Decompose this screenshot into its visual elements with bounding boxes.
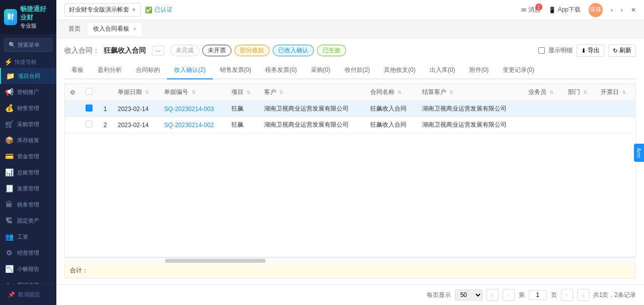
subtab-payment[interactable]: 收付款(2) bbox=[338, 62, 377, 79]
tabbar: 首页 收入合同看板 × bbox=[56, 20, 644, 38]
export-button[interactable]: ⬇ 导出 bbox=[577, 44, 604, 57]
sidebar-item-inventory[interactable]: 📦 库存核算 bbox=[0, 132, 56, 148]
pagination-prev-button[interactable]: ‹ bbox=[503, 289, 515, 301]
row2-setting bbox=[65, 117, 80, 133]
tab-close-icon[interactable]: × bbox=[133, 26, 136, 32]
status-effective[interactable]: 已生效 bbox=[317, 45, 346, 56]
more-button[interactable]: ··· bbox=[152, 46, 164, 56]
nav-next-button[interactable]: › bbox=[621, 7, 623, 14]
subtab-dashboard[interactable]: 看板 bbox=[64, 62, 91, 79]
messages-button[interactable]: ✉ 1 消息 bbox=[521, 6, 540, 14]
scrollbar-thumb[interactable] bbox=[165, 259, 266, 263]
show-detail-checkbox[interactable]: 显示明细 bbox=[538, 46, 573, 55]
th-project[interactable]: 项目 ⇅ bbox=[226, 84, 259, 101]
th-contract[interactable]: 合同名称 ⇅ bbox=[365, 84, 417, 101]
sidebar-item-fixed[interactable]: 🏗 固定资产 bbox=[0, 213, 56, 229]
row1-order-no[interactable]: SQ-20230214-003 bbox=[159, 101, 226, 117]
subtab-tax-invoice[interactable]: 税务发票(0) bbox=[258, 62, 304, 79]
unpin-button[interactable]: 📌 取消固定 bbox=[4, 288, 52, 301]
pagination-next-button[interactable]: › bbox=[561, 289, 573, 301]
user-avatar-area[interactable]: 珠珠 bbox=[589, 3, 603, 17]
row2-order-no[interactable]: SQ-20230214-002 bbox=[159, 117, 226, 133]
th-open-date[interactable]: 开票日 ⇅ bbox=[596, 84, 635, 101]
pin-icon: 📌 bbox=[8, 291, 15, 298]
subtab-income-confirm[interactable]: 收入确认(2) bbox=[167, 62, 213, 79]
th-salesperson[interactable]: 业务员 ⇅ bbox=[523, 84, 563, 101]
refresh-button[interactable]: ↻ 刷新 bbox=[608, 44, 636, 57]
sidebar-item-hr[interactable]: 👥 工资 bbox=[0, 229, 56, 245]
status-confirmed[interactable]: 已收入确认 bbox=[273, 45, 314, 56]
close-tab-button[interactable]: ✕ bbox=[631, 7, 636, 14]
sidebar-item-project[interactable]: 📁 项目合同 bbox=[0, 68, 56, 84]
status-no-invoice[interactable]: 未开票 bbox=[202, 45, 231, 56]
sidebar-item-ops[interactable]: ⚙ 经营管理 bbox=[0, 245, 56, 261]
subtab-sales-invoice[interactable]: 销售发票(0) bbox=[213, 62, 259, 79]
page-top-row: 收入合同： 狂飙收入合同 ··· 未完成 未开票 部分收款 已收入确认 已生效 … bbox=[64, 44, 636, 57]
row1-num: 1 bbox=[98, 101, 113, 117]
table-header: ⚙ 单据日期 ⇅ 单据编号 ⇅ bbox=[65, 84, 635, 101]
subtab-other-income[interactable]: 其他收支(0) bbox=[377, 62, 423, 79]
status-incomplete[interactable]: 未完成 bbox=[170, 45, 199, 56]
row1-checkbox[interactable] bbox=[86, 105, 93, 112]
row1-salesperson bbox=[523, 101, 563, 117]
subtab-changes[interactable]: 变更记录(0) bbox=[496, 62, 541, 79]
sidebar-item-report[interactable]: 📉 小畅报告 bbox=[0, 261, 56, 277]
subtab-profit[interactable]: 盈利分析 bbox=[91, 62, 129, 79]
arm-float-button[interactable]: Arm bbox=[634, 143, 644, 161]
logo-icon: 财 bbox=[4, 9, 17, 25]
subtab-standards[interactable]: 合同标的 bbox=[129, 62, 167, 79]
per-page-select[interactable]: 50 100 200 bbox=[455, 289, 482, 300]
show-detail-input[interactable] bbox=[538, 47, 545, 54]
horizontal-scrollbar[interactable] bbox=[64, 257, 636, 263]
nav-prev-button[interactable]: ‹ bbox=[611, 7, 613, 14]
sidebar-item-general[interactable]: 📊 总账管理 bbox=[0, 164, 56, 180]
th-settle-customer[interactable]: 结算客户 ⇅ bbox=[417, 84, 523, 101]
chevron-down-icon: ▼ bbox=[131, 7, 136, 13]
app-download-button[interactable]: 📱 App下载 bbox=[548, 6, 581, 14]
th-department[interactable]: 部门 ⇅ bbox=[563, 84, 596, 101]
certified-badge: ✅ 已认证 bbox=[145, 6, 173, 14]
subtabs: 看板 盈利分析 合同标的 收入确认(2) 销售发票(0) 税务发票(0) 采购(… bbox=[64, 62, 636, 79]
topbar: 好业财专业版演示帐套 ▼ ✅ 已认证 ✉ 1 消息 📱 App下载 珠珠 bbox=[56, 0, 644, 20]
subtab-warehouse[interactable]: 出入库(0) bbox=[423, 62, 462, 79]
sidebar-item-invoice[interactable]: 🧾 发票管理 bbox=[0, 180, 56, 196]
select-all-checkbox[interactable] bbox=[86, 88, 93, 95]
row2-department bbox=[563, 117, 596, 133]
company-selector[interactable]: 好业财专业版演示帐套 ▼ bbox=[64, 3, 141, 17]
th-order-no[interactable]: 单据编号 ⇅ bbox=[159, 84, 226, 101]
logo-text: 畅捷通好业财 专业版 bbox=[20, 5, 52, 29]
page-number-input[interactable] bbox=[529, 290, 547, 300]
pagination-first-button[interactable]: |‹ bbox=[487, 289, 499, 301]
sidebar-item-purchase[interactable]: 🛒 采购管理 bbox=[0, 116, 56, 132]
tab-income-contract[interactable]: 收入合同看板 × bbox=[87, 22, 143, 36]
row2-checkbox[interactable] bbox=[86, 121, 93, 128]
sidebar-item-base[interactable]: 🗂 基础信息 bbox=[0, 277, 56, 284]
sidebar-item-sales[interactable]: 💰 销售管理 bbox=[0, 100, 56, 116]
table-row: 2 2023-02-14 SQ-20230214-002 狂飙 湖南卫视商业运营… bbox=[65, 117, 635, 133]
sidebar-item-tax[interactable]: 🏛 税务管理 bbox=[0, 196, 56, 213]
export-icon: ⬇ bbox=[581, 47, 586, 54]
sort-dept-icon: ⇅ bbox=[583, 89, 587, 95]
th-date[interactable]: 单据日期 ⇅ bbox=[113, 84, 159, 101]
sidebar-item-marketing[interactable]: 📢 营销推广 bbox=[0, 84, 56, 100]
row1-check[interactable] bbox=[80, 101, 98, 117]
refresh-icon: ↻ bbox=[613, 47, 618, 54]
search-menu-button[interactable]: 🔍 搜索菜单 bbox=[4, 38, 52, 52]
base-icon: 🗂 bbox=[4, 280, 14, 284]
settings-icon[interactable]: ⚙ bbox=[70, 89, 75, 96]
table-footer: 合计： bbox=[64, 263, 636, 278]
quick-nav-section[interactable]: ⚡ 快捷导航 bbox=[0, 56, 56, 68]
check-icon: ✅ bbox=[145, 7, 152, 14]
sort-contract-icon: ⇅ bbox=[397, 89, 401, 95]
th-customer[interactable]: 客户 ⇅ bbox=[259, 84, 365, 101]
tab-home[interactable]: 首页 bbox=[64, 23, 85, 35]
sales-icon: 💰 bbox=[4, 103, 14, 113]
row2-check[interactable] bbox=[80, 117, 98, 133]
subtab-purchase[interactable]: 采购(0) bbox=[304, 62, 338, 79]
subtab-attachment[interactable]: 附件(0) bbox=[462, 62, 496, 79]
sidebar-item-capital[interactable]: 💳 资金管理 bbox=[0, 148, 56, 164]
row2-customer: 湖南卫视商业运营发展有限公司 bbox=[259, 117, 365, 133]
status-partial[interactable]: 部分收款 bbox=[234, 45, 270, 56]
pagination-last-button[interactable]: ›| bbox=[577, 289, 589, 301]
page-actions: 显示明细 ⬇ 导出 ↻ 刷新 bbox=[538, 44, 636, 57]
